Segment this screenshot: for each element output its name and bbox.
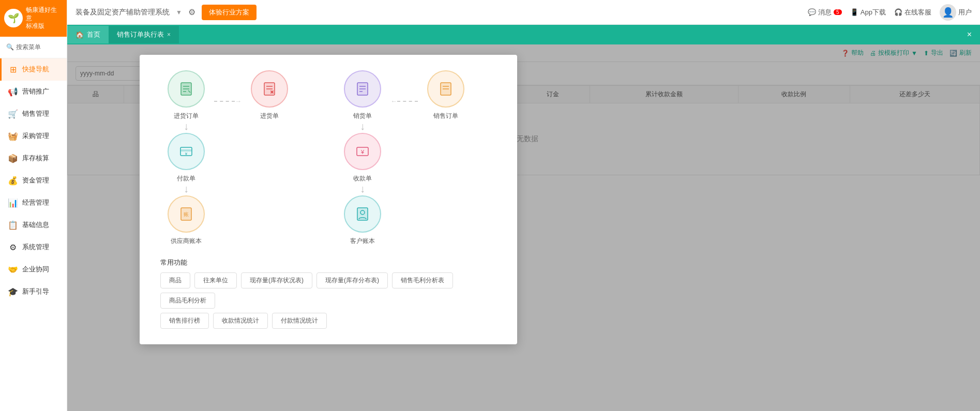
sidebar-item-purchase[interactable]: 🧺 采购管理: [0, 125, 67, 147]
mobile-icon: 📱: [850, 8, 858, 16]
sidebar-search[interactable]: 🔍 搜索菜单: [0, 37, 67, 58]
common-btn-sales-rank[interactable]: 销售排行榜: [160, 313, 209, 329]
sidebar-item-operations[interactable]: 📊 经营管理: [0, 192, 67, 214]
common-btn-product-profit[interactable]: 商品毛利分析: [160, 293, 215, 309]
purchase-icon: 🧺: [8, 131, 18, 141]
sidebar-item-quick-nav[interactable]: ⊞ 快捷导航: [0, 58, 67, 81]
svg-text:账: 账: [184, 211, 189, 217]
system-name: 装备及固定资产辅助管理系统: [76, 8, 170, 17]
left-flow: 进货订单 ↓: [160, 70, 212, 246]
guide-icon: 🎓: [8, 287, 18, 297]
receipt-icon: ¥: [354, 143, 371, 160]
message-icon: 💬: [808, 8, 816, 16]
search-icon: 🔍: [6, 43, 14, 51]
right-flow: 销售订单: [420, 70, 472, 120]
sidebar-item-enterprise[interactable]: 🤝 企业协同: [0, 258, 67, 281]
settings-icon[interactable]: ⚙: [188, 7, 195, 17]
search-menu-button[interactable]: 🔍 搜索菜单: [4, 41, 63, 54]
system-icon: ⚙: [8, 242, 18, 252]
online-service-item[interactable]: 🎧 在线客服: [894, 8, 931, 17]
common-btn-partner[interactable]: 往来单位: [194, 272, 237, 288]
common-btn-stock-status[interactable]: 现存量(库存状况表): [241, 272, 312, 288]
common-title: 常用功能: [160, 258, 496, 267]
supplier-label: 供应商账本: [171, 237, 202, 246]
home-icon: 🏠: [76, 31, 84, 39]
common-btn-product[interactable]: 商品: [160, 272, 190, 288]
modal-content: 进货订单 ↓: [140, 55, 517, 344]
tab-sales-order[interactable]: 销售订单执行表 ×: [109, 26, 179, 43]
tab-close-icon[interactable]: ×: [167, 31, 171, 38]
page-area: ❓ 帮助 🖨 按模板打印 ▼ ⬆ 导出 🔄 刷新: [67, 44, 980, 411]
sale-order-node[interactable]: 销售订单: [420, 70, 472, 120]
sidebar-nav: ⊞ 快捷导航 📢 营销推广 🛒 销售管理 🧺 采购管理 📦 库存核算 💰: [0, 58, 67, 411]
inventory-icon: 📦: [8, 154, 18, 163]
supplier-icon: 账: [178, 206, 194, 222]
customer-account-node[interactable]: 客户账本: [337, 195, 388, 246]
sidebar: 🌱 畅康通好生意 标准版 🔍 搜索菜单 ⊞ 快捷导航 📢 营销推广 🛒: [0, 0, 67, 411]
sale-order-label: 销售订单: [433, 112, 458, 120]
sidebar-item-finance[interactable]: 💰 资金管理: [0, 170, 67, 192]
finance-icon: 💰: [8, 176, 18, 186]
common-btn-receipt-stats[interactable]: 收款情况统计: [213, 313, 268, 329]
common-btn-stock-dist[interactable]: 现存量(库存分布表): [316, 272, 388, 288]
logo-icon: 🌱: [4, 9, 23, 27]
sidebar-item-sales[interactable]: 🛒 销售管理: [0, 103, 67, 125]
message-badge: 5: [834, 9, 842, 15]
avatar: 👤: [940, 4, 956, 21]
sale-bill-icon: [354, 81, 371, 97]
sidebar-item-guide[interactable]: 🎓 新手引导: [0, 281, 67, 303]
app-download-item[interactable]: 📱 App下载: [850, 8, 886, 17]
customer-label: 客户账本: [350, 237, 375, 246]
tab-bar: 🏠 首页 销售订单执行表 × ×: [67, 25, 980, 44]
common-btn-sales-profit[interactable]: 销售毛利分析表: [392, 272, 453, 288]
h-arrow-2: ←: [388, 70, 420, 105]
payment-icon: ¥: [178, 143, 194, 160]
purchase-order-icon: [178, 81, 194, 97]
payment-circle: ¥: [168, 133, 205, 170]
common-btn-payment-stats[interactable]: 付款情况统计: [272, 313, 327, 329]
logo-text: 畅康通好生意 标准版: [26, 6, 63, 31]
sidebar-item-basic-info[interactable]: 📋 基础信息: [0, 214, 67, 236]
flow-modal: 进货订单 ↓: [140, 55, 517, 344]
sale-bill-circle: [344, 70, 381, 108]
mid-right-flow: 销货单 ↓: [337, 70, 388, 246]
tab-home[interactable]: 🏠 首页: [67, 26, 109, 43]
svg-text:¥: ¥: [185, 151, 188, 156]
sale-bill-node[interactable]: 销货单: [337, 70, 388, 120]
h-arrow-1: →: [212, 70, 244, 105]
sidebar-item-system[interactable]: ⚙ 系统管理: [0, 236, 67, 258]
purchase-order-circle: [168, 70, 205, 108]
common-section: 常用功能 商品 往来单位 现存量(库存状况表) 现存量(库存分布表) 销售毛利分…: [160, 258, 496, 329]
topbar-dropdown-icon[interactable]: ▼: [176, 9, 182, 16]
service-icon: 🎧: [894, 8, 902, 16]
user-item[interactable]: 👤 用户: [940, 4, 972, 21]
sale-order-circle: [427, 70, 464, 108]
receipt-bill-node[interactable]: ¥ 收款单: [337, 133, 388, 183]
topbar-right: 💬 消息 5 📱 App下载 🎧 在线客服 👤 用户: [808, 4, 972, 21]
experience-btn[interactable]: 体验行业方案: [202, 5, 257, 20]
enterprise-icon: 🤝: [8, 265, 18, 275]
purchase-order-node[interactable]: 进货订单: [160, 70, 212, 120]
sale-bill-label: 销货单: [353, 112, 372, 120]
sidebar-item-marketing[interactable]: 📢 营销推广: [0, 81, 67, 103]
payment-label: 付款单: [177, 174, 195, 183]
mid-left-flow: 进货单: [244, 70, 295, 180]
tab-bar-close-icon[interactable]: ×: [959, 26, 980, 43]
purchase-bill-node[interactable]: 进货单: [244, 70, 295, 120]
payment-bill-node[interactable]: ¥ 付款单: [160, 133, 212, 183]
topbar: 装备及固定资产辅助管理系统 ▼ ⚙ 体验行业方案 💬 消息 5 📱 App下载 …: [67, 0, 980, 25]
sidebar-item-inventory[interactable]: 📦 库存核算: [0, 147, 67, 170]
customer-circle: [344, 195, 381, 233]
modal-overlay[interactable]: 进货订单 ↓: [67, 44, 980, 411]
arrow-down-3: ↓: [337, 120, 388, 133]
supplier-account-node[interactable]: 账 供应商账本: [160, 195, 212, 246]
purchase-bill-icon: [261, 81, 278, 97]
arrow-down-4: ↓: [337, 183, 388, 195]
supplier-circle: 账: [168, 195, 205, 233]
message-item[interactable]: 💬 消息 5: [808, 8, 842, 17]
flow-diagram: 进货订单 ↓: [160, 70, 496, 246]
sidebar-logo: 🌱 畅康通好生意 标准版: [0, 0, 67, 37]
purchase-bill-circle: [251, 70, 288, 108]
sales-icon: 🛒: [8, 109, 18, 119]
receipt-circle: ¥: [344, 133, 381, 170]
